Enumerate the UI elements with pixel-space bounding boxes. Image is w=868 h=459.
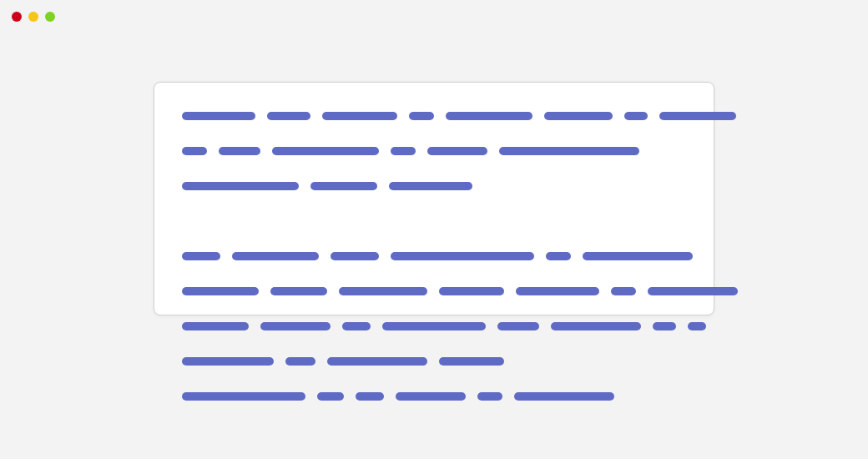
text-line xyxy=(182,252,691,260)
text-segment xyxy=(382,322,486,330)
text-segment xyxy=(439,287,504,295)
text-segment xyxy=(270,287,327,295)
text-line xyxy=(182,357,691,366)
text-segment xyxy=(310,182,377,190)
text-line xyxy=(182,322,691,330)
text-segment xyxy=(583,252,693,260)
text-segment xyxy=(624,112,648,120)
text-segment xyxy=(396,392,466,401)
window-close-icon[interactable] xyxy=(12,12,22,22)
window-zoom-icon[interactable] xyxy=(45,12,55,22)
text-line xyxy=(182,112,691,120)
text-segment xyxy=(285,357,315,366)
text-segment xyxy=(611,287,636,295)
text-segment xyxy=(219,147,260,155)
canvas xyxy=(0,33,868,459)
text-line xyxy=(182,217,691,225)
text-segment xyxy=(427,147,487,155)
text-segment xyxy=(653,322,676,330)
text-segment xyxy=(477,392,502,401)
text-segment xyxy=(322,112,397,120)
text-segment xyxy=(391,147,416,155)
text-segment xyxy=(391,252,534,260)
text-segment xyxy=(182,252,220,260)
text-segment xyxy=(409,112,434,120)
text-segment xyxy=(659,112,736,120)
text-segment xyxy=(516,287,599,295)
text-segment xyxy=(267,112,310,120)
text-line xyxy=(182,392,691,401)
text-segment xyxy=(688,322,706,330)
text-segment xyxy=(339,287,427,295)
text-segment xyxy=(317,392,344,401)
text-segment xyxy=(182,357,274,366)
text-segment xyxy=(182,287,259,295)
window-titlebar xyxy=(0,0,868,33)
text-segment xyxy=(356,392,384,401)
text-segment xyxy=(182,147,207,155)
text-segment xyxy=(182,182,299,190)
text-line xyxy=(182,287,691,295)
text-line xyxy=(182,182,691,190)
text-segment xyxy=(272,147,379,155)
text-segment xyxy=(331,252,379,260)
text-segment xyxy=(497,322,539,330)
text-segment xyxy=(499,147,639,155)
text-segment xyxy=(342,322,371,330)
text-segment xyxy=(446,112,532,120)
text-segment xyxy=(327,357,427,366)
text-segment xyxy=(260,322,331,330)
text-segment xyxy=(514,392,614,401)
text-segment xyxy=(389,182,472,190)
text-segment xyxy=(232,252,319,260)
text-segment xyxy=(544,112,613,120)
text-segment xyxy=(182,112,255,120)
text-line xyxy=(182,147,691,155)
placeholder-text-block xyxy=(182,112,691,427)
text-segment xyxy=(439,357,504,366)
text-segment xyxy=(551,322,641,330)
window-minimize-icon[interactable] xyxy=(28,12,38,22)
text-segment xyxy=(546,252,571,260)
text-segment xyxy=(182,392,305,401)
text-segment xyxy=(182,322,249,330)
text-segment xyxy=(648,287,738,295)
